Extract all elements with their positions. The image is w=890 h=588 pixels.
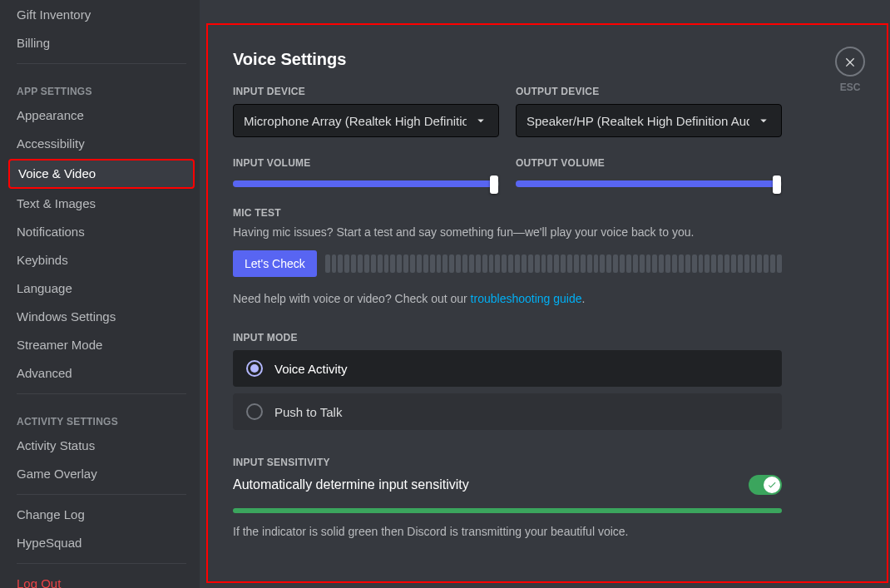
close-area: ESC (835, 47, 865, 93)
sidebar-item-logout[interactable]: Log Out (8, 571, 195, 588)
input-device-select[interactable]: Microphone Array (Realtek High Definitio… (233, 104, 499, 137)
output-device-label: OUTPUT DEVICE (516, 86, 782, 97)
radio-icon (246, 403, 263, 420)
input-volume-label: INPUT VOLUME (233, 157, 499, 169)
help-prefix: Need help with voice or video? Check out… (233, 292, 471, 305)
input-mode-push-to-talk[interactable]: Push to Talk (233, 393, 782, 430)
output-device-select[interactable]: Speaker/HP (Realtek High Definition Audi… (516, 104, 782, 137)
slider-thumb[interactable] (773, 175, 781, 194)
sidebar-item-game-overlay[interactable]: Game Overlay (8, 461, 195, 487)
input-device-value: Microphone Array (Realtek High Definitio… (244, 114, 467, 128)
slider-fill (233, 180, 494, 187)
slider-fill (516, 180, 777, 187)
sidebar-item-text-images[interactable]: Text & Images (8, 190, 195, 217)
close-button[interactable] (835, 47, 865, 77)
auto-sensitivity-label: Automatically determine input sensitivit… (233, 477, 469, 492)
troubleshooting-link[interactable]: troubleshooting guide (471, 292, 582, 305)
close-icon (843, 55, 857, 68)
esc-label: ESC (835, 82, 865, 93)
input-mode-label-text: Voice Activity (274, 362, 348, 376)
chevron-down-icon (756, 113, 771, 128)
output-volume-label: OUTPUT VOLUME (516, 157, 782, 169)
input-volume-slider[interactable] (233, 180, 499, 187)
sidebar-item-billing[interactable]: Billing (8, 30, 195, 57)
divider (17, 494, 186, 495)
sidebar-item-language[interactable]: Language (8, 275, 195, 302)
slider-thumb[interactable] (490, 175, 498, 194)
sidebar-item-advanced[interactable]: Advanced (8, 360, 195, 387)
input-mode-voice-activity[interactable]: Voice Activity (233, 350, 782, 387)
mic-test-label: MIC TEST (233, 207, 782, 219)
settings-main: ESC Voice Settings INPUT DEVICE Micropho… (200, 0, 890, 588)
check-icon (767, 480, 777, 490)
chevron-down-icon (473, 113, 488, 128)
help-suffix: . (582, 292, 586, 305)
divider (17, 63, 186, 64)
sidebar-item-keybinds[interactable]: Keybinds (8, 247, 195, 274)
mic-level-meter (325, 254, 782, 273)
divider (17, 393, 186, 394)
input-mode-label: INPUT MODE (233, 332, 782, 343)
input-mode-label-text: Push to Talk (274, 405, 342, 419)
sidebar-item-gift-inventory[interactable]: Gift Inventory (8, 2, 195, 28)
settings-sidebar: Gift Inventory Billing APP SETTINGS Appe… (0, 0, 200, 588)
sidebar-header-app: APP SETTINGS (8, 71, 195, 101)
toggle-knob (764, 477, 780, 493)
sensitivity-note: If the indicator is solid green then Dis… (233, 525, 782, 538)
sidebar-item-streamer-mode[interactable]: Streamer Mode (8, 332, 195, 358)
sidebar-item-voice-video[interactable]: Voice & Video (8, 159, 195, 189)
lets-check-button[interactable]: Let's Check (233, 250, 317, 277)
output-volume-slider[interactable] (516, 180, 782, 187)
page-title: Voice Settings (233, 50, 782, 69)
sidebar-item-activity-status[interactable]: Activity Status (8, 432, 195, 459)
output-device-value: Speaker/HP (Realtek High Definition Audi… (527, 114, 749, 128)
help-text: Need help with voice or video? Check out… (233, 292, 782, 305)
sidebar-item-windows-settings[interactable]: Windows Settings (8, 304, 195, 330)
mic-test-desc: Having mic issues? Start a test and say … (233, 225, 782, 239)
sidebar-item-appearance[interactable]: Appearance (8, 102, 195, 129)
input-device-label: INPUT DEVICE (233, 86, 499, 97)
divider (17, 563, 186, 564)
auto-sensitivity-toggle[interactable] (749, 475, 782, 495)
sidebar-item-change-log[interactable]: Change Log (8, 502, 195, 528)
sidebar-header-activity: ACTIVITY SETTINGS (8, 401, 195, 431)
sensitivity-bar (233, 508, 782, 513)
radio-icon (246, 360, 263, 377)
input-sensitivity-label: INPUT SENSITIVITY (233, 457, 782, 468)
sidebar-item-notifications[interactable]: Notifications (8, 219, 195, 245)
sidebar-item-accessibility[interactable]: Accessibility (8, 131, 195, 157)
sidebar-item-hypesquad[interactable]: HypeSquad (8, 530, 195, 556)
